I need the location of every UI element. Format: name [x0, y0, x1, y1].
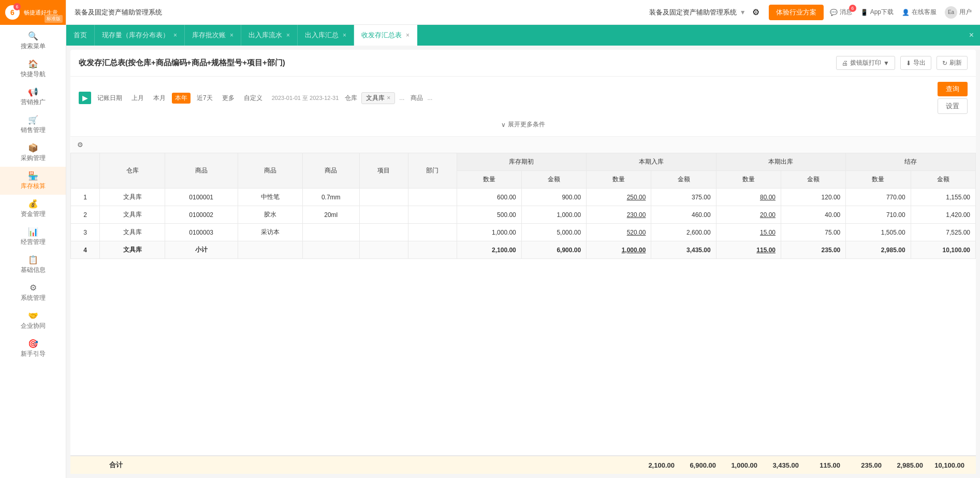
- tab-close-inout-flow[interactable]: ×: [286, 32, 290, 39]
- warehouse-tag-close[interactable]: ×: [387, 94, 390, 102]
- tab-close-inout-sum[interactable]: ×: [343, 32, 346, 39]
- cell-in-qty-3[interactable]: 520.00: [587, 224, 651, 241]
- cell-bal-qty-1: 770.00: [846, 189, 911, 206]
- system-select[interactable]: 装备及固定资产辅助管理系统 ▼: [649, 8, 746, 17]
- cell-subtotal-in-amt: 3,435.00: [651, 241, 716, 259]
- page-container: 收发存汇总表(按仓库+商品编码+商品+规格型号+项目+部门) 🖨 拨镜版打印 ▼…: [70, 50, 976, 474]
- online-service-action[interactable]: 👤 在线客服: [902, 8, 937, 17]
- cell-in-qty-1[interactable]: 250.00: [587, 189, 651, 206]
- service-icon: 👤: [902, 9, 910, 16]
- tab-receipt-sum[interactable]: 收发存汇总表 ×: [354, 25, 417, 46]
- tabbar-close-all[interactable]: ×: [963, 25, 980, 46]
- tab-close-stock-dist[interactable]: ×: [173, 32, 177, 39]
- cell-no-3: 3: [71, 224, 100, 241]
- cell-subtotal-open-amt: 6,900.00: [521, 241, 586, 259]
- date-range-container: 2023-01-01 至 2023-12-31: [272, 94, 339, 102]
- date-btn-custom[interactable]: 自定义: [241, 93, 266, 104]
- goods-more-btn[interactable]: ...: [427, 94, 432, 102]
- tab-stock-dist[interactable]: 现存量（库存分布表） ×: [95, 25, 185, 46]
- tab-home[interactable]: 首页: [66, 25, 95, 46]
- user-avatar: Ea: [945, 6, 957, 19]
- logo-badge: 6: [13, 3, 21, 10]
- user-action[interactable]: Ea 用户: [945, 6, 972, 19]
- warehouse-tag[interactable]: 文具库 ×: [361, 92, 395, 104]
- th-out-qty: 数量: [716, 171, 781, 189]
- sidebar-item-operation[interactable]: 📊 经营管理: [0, 223, 66, 251]
- cell-out-qty-1[interactable]: 80.00: [716, 189, 781, 206]
- sidebar-item-basic[interactable]: 📋 基础信息: [0, 251, 66, 279]
- th-open-amt: 金额: [521, 171, 586, 189]
- warehouse-more-btn[interactable]: ...: [399, 94, 404, 102]
- cell-warehouse-2: 文具库: [100, 206, 165, 224]
- th-balance: 结存: [846, 153, 976, 171]
- table-settings-row: ⚙: [71, 137, 976, 153]
- topbar-actions: 💬 消息 6 📱 App下载 👤 在线客服 Ea 用户: [830, 6, 972, 19]
- date-btn-this-year[interactable]: 本年: [172, 93, 191, 104]
- expand-more-btn[interactable]: ∨ 展开更多条件: [79, 118, 968, 131]
- sidebar-item-guide[interactable]: 🎯 新手引导: [0, 335, 66, 363]
- date-btn-7days[interactable]: 近7天: [194, 93, 216, 104]
- export-btn[interactable]: ⬇ 导出: [900, 56, 931, 70]
- date-btn-last-month[interactable]: 上月: [128, 93, 147, 104]
- settings-btn[interactable]: 设置: [938, 98, 968, 114]
- trial-btn[interactable]: 体验行业方案: [769, 5, 824, 20]
- tab-inout-sum[interactable]: 出入库汇总 ×: [298, 25, 354, 46]
- refresh-btn[interactable]: ↻ 刷新: [937, 56, 968, 70]
- cell-spec-1: 0.7mm: [302, 189, 359, 206]
- cell-goods-1: 中性笔: [238, 189, 302, 206]
- sidebar-item-finance[interactable]: 💰 资金管理: [0, 195, 66, 223]
- export-icon: ⬇: [906, 60, 911, 67]
- cell-out-amt-1: 120.00: [781, 189, 845, 206]
- basic-icon: 📋: [28, 255, 38, 264]
- cell-project-2: [359, 206, 408, 224]
- sidebar-item-search[interactable]: 🔍 搜索菜单: [0, 27, 66, 55]
- th-dept: 部门: [408, 153, 457, 189]
- print-btn[interactable]: 🖨 拨镜版打印 ▼: [836, 56, 895, 70]
- sidebar-item-quicknav[interactable]: 🏠 快捷导航: [0, 55, 66, 83]
- footer-bal-qty: 2,985.00: [887, 461, 928, 469]
- tab-close-receipt-sum[interactable]: ×: [406, 32, 409, 39]
- cell-bal-qty-3: 1,505.00: [846, 224, 911, 241]
- cell-open-amt-3: 5,000.00: [521, 224, 586, 241]
- subtotal-row: 4 文具库 小计 2,100.00 6,900.00 1,000.00 3,43…: [71, 241, 976, 259]
- sidebar-item-collab[interactable]: 🤝 企业协同: [0, 307, 66, 335]
- footer-in-amt: 3,435.00: [763, 461, 804, 469]
- app-download-action[interactable]: 📱 App下载: [860, 8, 894, 17]
- th-warehouse: 仓库: [100, 153, 165, 189]
- cell-subtotal-label: 小计: [165, 241, 238, 259]
- filter-toggle-btn[interactable]: ▶: [79, 92, 91, 104]
- table-settings-icon[interactable]: ⚙: [77, 141, 83, 149]
- message-action[interactable]: 💬 消息 6: [830, 8, 852, 17]
- tab-close-batch[interactable]: ×: [230, 32, 233, 39]
- cell-subtotal-out-qty[interactable]: 115.00: [716, 241, 781, 259]
- tab-batch[interactable]: 库存批次账 ×: [185, 25, 241, 46]
- query-btn[interactable]: 查询: [938, 82, 968, 96]
- cell-subtotal-in-qty[interactable]: 1,000.00: [587, 241, 651, 259]
- cell-in-amt-1: 375.00: [651, 189, 716, 206]
- cell-out-qty-3[interactable]: 15.00: [716, 224, 781, 241]
- cell-open-qty-3: 1,000.00: [457, 224, 521, 241]
- cell-open-qty-1: 600.00: [457, 189, 521, 206]
- sidebar-item-inventory[interactable]: 🏪 库存核算: [0, 167, 66, 195]
- footer-bal-amt: 10,100.00: [928, 461, 970, 469]
- cell-in-qty-2[interactable]: 230.00: [587, 206, 651, 224]
- date-label: 记账日期: [97, 94, 122, 103]
- sidebar-item-purchase[interactable]: 📦 采购管理: [0, 139, 66, 167]
- th-open-stock: 库存期初: [457, 153, 587, 171]
- cell-out-qty-2[interactable]: 20.00: [716, 206, 781, 224]
- cell-warehouse-1: 文具库: [100, 189, 165, 206]
- footer-open-amt: 6,900.00: [680, 461, 721, 469]
- sidebar-item-marketing[interactable]: 📢 营销推广: [0, 83, 66, 111]
- sidebar-item-system[interactable]: ⚙ 系统管理: [0, 279, 66, 307]
- date-btn-this-month[interactable]: 本月: [150, 93, 169, 104]
- tab-inout-flow[interactable]: 出入库流水 ×: [241, 25, 298, 46]
- date-btn-more[interactable]: 更多: [219, 93, 238, 104]
- settings-gear-icon[interactable]: ⚙: [752, 7, 763, 18]
- tabbar: 首页 现存量（库存分布表） × 库存批次账 × 出入库流水 × 出入库汇总 × …: [66, 25, 980, 46]
- th-open-qty: 数量: [457, 171, 521, 189]
- chevron-down-icon: ∨: [501, 121, 506, 128]
- cell-project-1: [359, 189, 408, 206]
- sidebar-item-sales[interactable]: 🛒 销售管理: [0, 111, 66, 139]
- cell-open-amt-2: 1,000.00: [521, 206, 586, 224]
- cell-open-amt-1: 900.00: [521, 189, 586, 206]
